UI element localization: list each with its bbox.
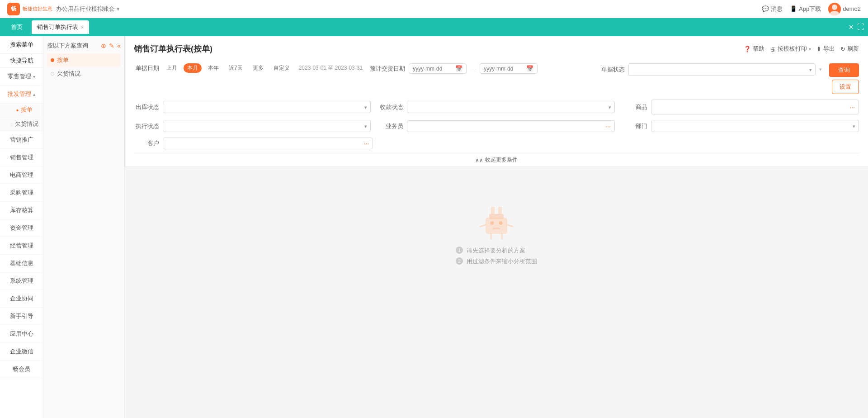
- svg-line-9: [480, 225, 486, 227]
- stock-status-group: 出库状态: [134, 101, 371, 113]
- svg-rect-4: [491, 207, 495, 215]
- username-label: demo2: [843, 5, 861, 12]
- expected-date-label: 预计交货日期: [370, 65, 405, 73]
- main-layout: 搜索菜单 快捷导航 零售管理 ▾ 批发管理 ▴ ● 按单 ○ 欠货情况 营销推广…: [0, 36, 868, 418]
- filter-row-3: 执行状态 业务员 ···: [134, 120, 859, 132]
- dept-select[interactable]: [651, 120, 859, 132]
- content-wrapper: 按以下方案查询 ⊕ ✎ « 按单 欠货情况 销售订单执行表(按单): [43, 36, 868, 418]
- active-tab[interactable]: 销售订单执行表 ×: [32, 20, 89, 34]
- sidebar-label-wholesale: 批发管理: [8, 90, 31, 98]
- expected-date-group: 预计交货日期 📅 — 📅: [370, 63, 592, 74]
- sidebar-item-cooperation[interactable]: 企业协同: [0, 290, 43, 308]
- empty-step-2: 2 用过滤条件来缩小分析范围: [456, 257, 537, 266]
- page-actions: ❓ 帮助 🖨 按模板打印 ▾ ⬇ 导出 ↻ 刷新: [744, 45, 859, 53]
- page-header: 销售订单执行表(按单) ❓ 帮助 🖨 按模板打印 ▾ ⬇ 导出: [125, 36, 868, 59]
- message-button[interactable]: 💬 消息: [762, 5, 783, 13]
- sidebar-item-basics[interactable]: 基础信息: [0, 255, 43, 272]
- sidebar-item-marketing[interactable]: 营销推广: [0, 131, 43, 149]
- sidebar-item-sales[interactable]: 销售管理: [0, 149, 43, 166]
- tab-bar-actions: × ⛶: [849, 23, 864, 32]
- add-scheme-icon[interactable]: ⊕: [101, 42, 106, 49]
- edit-scheme-icon[interactable]: ✎: [109, 42, 114, 49]
- sidebar-item-by-order[interactable]: ● 按单: [0, 103, 43, 117]
- fullscreen-icon[interactable]: ⛶: [857, 23, 864, 31]
- sidebar-quick-nav[interactable]: 快捷导航: [0, 54, 43, 68]
- sidebar-item-finance[interactable]: 资金管理: [0, 219, 43, 237]
- stock-status-select[interactable]: [163, 101, 371, 113]
- goods-input-wrap: ···: [651, 100, 859, 114]
- tab-close-icon[interactable]: ×: [81, 24, 84, 30]
- sidebar-item-retail[interactable]: 零售管理 ▾: [0, 68, 43, 86]
- single-status-select[interactable]: [628, 63, 816, 76]
- filter-row-2: 出库状态 收款状态 商品: [134, 100, 859, 114]
- filter-row-4: 客户 ···: [134, 138, 859, 149]
- export-icon: ⬇: [816, 46, 821, 52]
- sidebar: 搜索菜单 快捷导航 零售管理 ▾ 批发管理 ▴ ● 按单 ○ 欠货情况 营销推广…: [0, 36, 43, 418]
- dept-group: 部门: [622, 120, 859, 132]
- customer-label: 客户: [134, 139, 159, 147]
- payment-status-select[interactable]: [407, 101, 615, 113]
- date-btn-last-month[interactable]: 上月: [163, 63, 181, 73]
- date-btn-this-month[interactable]: 本月: [184, 63, 202, 73]
- template-print-button[interactable]: 🖨 按模板打印 ▾: [770, 45, 811, 53]
- step-num-2: 2: [456, 257, 463, 265]
- salesperson-dots-icon[interactable]: ···: [605, 123, 611, 130]
- export-button[interactable]: ⬇ 导出: [816, 45, 835, 53]
- collapse-button[interactable]: ∧∧ 收起更多条件: [134, 153, 859, 166]
- svg-rect-5: [498, 207, 502, 215]
- customer-dots-icon[interactable]: ···: [364, 140, 369, 147]
- goods-input[interactable]: [655, 102, 849, 112]
- stock-status-select-wrap: [163, 101, 371, 113]
- svg-rect-8: [493, 228, 500, 229]
- collapse-sidebar-icon[interactable]: «: [117, 42, 121, 49]
- goods-group: 商品 ···: [622, 100, 859, 114]
- salesperson-input[interactable]: [411, 123, 605, 129]
- sidebar-item-ecommerce[interactable]: 电商管理: [0, 166, 43, 184]
- user-menu[interactable]: demo2: [828, 3, 861, 15]
- top-bar-left: 畅 畅捷信好生意 办公用品行业模拟账套 ▾: [7, 3, 120, 15]
- date-btn-7days[interactable]: 近7天: [225, 63, 246, 73]
- exec-status-select[interactable]: [163, 120, 371, 132]
- sidebar-item-system[interactable]: 系统管理: [0, 272, 43, 290]
- app-download-button[interactable]: 📱 App下载: [790, 5, 821, 13]
- date-btn-this-year[interactable]: 本年: [204, 63, 222, 73]
- date-to-input[interactable]: [484, 66, 524, 72]
- goods-dots-icon[interactable]: ···: [849, 104, 855, 111]
- query-button[interactable]: 查询: [829, 63, 859, 77]
- help-button[interactable]: ❓ 帮助: [744, 45, 764, 53]
- svg-rect-3: [489, 214, 504, 219]
- sidebar-item-newbie[interactable]: 新手引导: [0, 308, 43, 325]
- refresh-button[interactable]: ↻ 刷新: [840, 45, 859, 53]
- sidebar-item-wholesale[interactable]: 批发管理 ▴: [0, 86, 43, 103]
- sidebar-item-shortage[interactable]: ○ 欠货情况: [0, 117, 43, 131]
- date-from-input[interactable]: [413, 66, 453, 72]
- sidebar-item-inventory[interactable]: 库存核算: [0, 202, 43, 219]
- customer-input[interactable]: [167, 140, 364, 147]
- sidebar-search[interactable]: 搜索菜单: [0, 36, 43, 54]
- settings-button[interactable]: 设置: [832, 80, 859, 94]
- breadcrumb-arrow-icon[interactable]: ▾: [117, 5, 120, 12]
- help-icon: ❓: [744, 46, 751, 52]
- sidebar-item-wechat[interactable]: 企业微信: [0, 343, 43, 361]
- date-btn-more[interactable]: 更多: [249, 63, 267, 73]
- message-icon: 💬: [762, 5, 769, 12]
- collapse-arrow-icon: ∧∧: [475, 157, 483, 163]
- single-status-group: 单据状态 ▾: [599, 63, 822, 76]
- sidebar-item-operations[interactable]: 经营管理: [0, 237, 43, 255]
- sidebar-item-members[interactable]: 畅会员: [0, 361, 43, 378]
- scheme-item-shortage[interactable]: 欠货情况: [47, 67, 121, 81]
- sidebar-item-purchase[interactable]: 采购管理: [0, 184, 43, 202]
- single-date-label: 单据日期: [134, 64, 159, 72]
- stock-status-label: 出库状态: [134, 103, 159, 111]
- retail-arrow-icon: ▾: [33, 74, 35, 79]
- scheme-item-by-order[interactable]: 按单: [47, 53, 121, 67]
- logo-text: 畅捷信好生意: [23, 6, 52, 12]
- close-window-icon[interactable]: ×: [849, 23, 854, 32]
- date-btn-custom[interactable]: 自定义: [270, 63, 293, 73]
- scheme-dot: [51, 58, 54, 62]
- sidebar-submenu-wholesale: ● 按单 ○ 欠货情况: [0, 103, 43, 131]
- home-tab[interactable]: 首页: [4, 20, 30, 34]
- sidebar-item-app-center[interactable]: 应用中心: [0, 325, 43, 343]
- payment-status-label: 收款状态: [378, 103, 403, 111]
- logo-area: 畅 畅捷信好生意: [7, 3, 52, 15]
